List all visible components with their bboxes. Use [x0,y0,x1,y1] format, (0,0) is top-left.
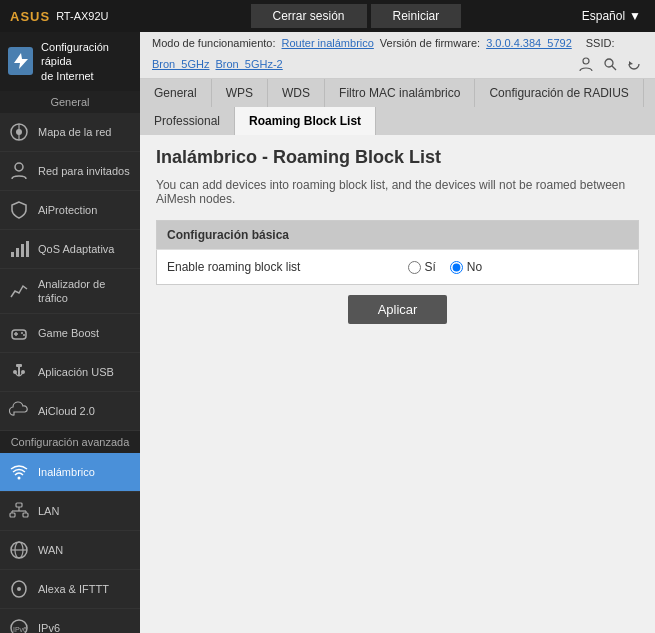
svg-rect-9 [26,241,29,257]
tab-professional[interactable]: Professional [140,107,235,135]
guest-network-icon [8,160,30,182]
page-description: You can add devices into roaming block l… [156,178,639,206]
table-row: Enable roaming block list Sí No [157,250,639,285]
game-boost-label: Game Boost [38,326,99,340]
quick-setup-icon [8,47,33,75]
radio-group: Sí No [408,260,629,274]
logo-area: ASUS RT-AX92U [0,9,140,24]
svg-text:IPv6: IPv6 [13,626,27,633]
page-content: Inalámbrico - Roaming Block List You can… [140,135,655,633]
config-section-title: Configuración básica [157,221,639,250]
svg-rect-20 [16,503,22,507]
tab-filtro-mac[interactable]: Filtro MAC inalámbrico [325,79,475,107]
language-label: Español [582,9,625,23]
firmware-value[interactable]: 3.0.0.4.384_5792 [486,37,572,49]
logo: ASUS [10,9,50,24]
svg-line-39 [612,66,616,70]
alexa-icon [8,578,30,600]
usb-app-icon [8,361,30,383]
ssid-label: SSID: [586,37,615,49]
aicloud-icon [8,400,30,422]
lan-icon [8,500,30,522]
quick-setup-label: Configuración rápida de Internet [41,40,132,83]
svg-rect-16 [18,367,20,376]
config-table: Configuración básica Enable roaming bloc… [156,220,639,285]
wan-icon [8,539,30,561]
lan-label: LAN [38,504,59,518]
person-icon[interactable] [577,55,595,73]
top-bar: ASUS RT-AX92U Cerrar sesión Reiniciar Es… [0,0,655,32]
tab-wds[interactable]: WDS [268,79,325,107]
ipv6-label: IPv6 [38,621,60,633]
close-session-button[interactable]: Cerrar sesión [251,4,367,28]
svg-rect-22 [23,513,28,517]
radio-no-label[interactable]: No [450,260,482,274]
sidebar-item-traffic-analyzer[interactable]: Analizador de tráfico [0,269,140,315]
main-layout: Configuración rápida de Internet General… [0,32,655,633]
tab-bar: General WPS WDS Filtro MAC inalámbrico C… [140,79,655,135]
refresh-icon[interactable] [625,55,643,73]
radio-no-text: No [467,260,482,274]
sidebar-item-alexa[interactable]: Alexa & IFTTT [0,570,140,609]
content-area: Modo de funcionamiento: Router inalámbri… [140,32,655,633]
radio-yes-text: Sí [425,260,436,274]
top-buttons: Cerrar sesión Reiniciar [140,4,572,28]
svg-point-37 [583,58,589,64]
page-title: Inalámbrico - Roaming Block List [156,147,639,168]
ipv6-icon: IPv6 [8,617,30,633]
mode-label: Modo de funcionamiento: [152,37,276,49]
info-icons [577,55,643,73]
svg-point-13 [21,332,23,334]
game-boost-icon [8,322,30,344]
guest-network-label: Red para invitados [38,164,130,178]
language-selector[interactable]: Español ▼ [572,9,655,23]
sidebar-item-aiprotection[interactable]: AiProtection [0,191,140,230]
mode-value[interactable]: Router inalámbrico [282,37,374,49]
info-bar: Modo de funcionamiento: Router inalámbri… [140,32,655,79]
ssid1-value[interactable]: Bron_5GHz [152,58,209,70]
sidebar-item-network-map[interactable]: Mapa de la red [0,113,140,152]
network-map-label: Mapa de la red [38,125,111,139]
restart-button[interactable]: Reiniciar [371,4,462,28]
network-map-icon [8,121,30,143]
wireless-icon [8,461,30,483]
radio-yes[interactable] [408,261,421,274]
sidebar-item-usb-app[interactable]: Aplicación USB [0,353,140,392]
apply-btn-row: Aplicar [156,285,639,334]
tab-radius[interactable]: Configuración de RADIUS [475,79,643,107]
tab-wps[interactable]: WPS [212,79,268,107]
ssid2-value[interactable]: Bron_5GHz-2 [215,58,282,70]
svg-point-19 [18,477,21,480]
sidebar-item-wireless[interactable]: Inalámbrico [0,453,140,492]
svg-point-14 [23,334,25,336]
sidebar-item-qos[interactable]: QoS Adaptativa [0,230,140,269]
advanced-section-title: Configuración avanzada [0,431,140,453]
tab-roaming-block[interactable]: Roaming Block List [235,107,376,135]
wan-label: WAN [38,543,63,557]
qos-label: QoS Adaptativa [38,242,114,256]
traffic-analyzer-icon [8,280,30,302]
aicloud-label: AiCloud 2.0 [38,404,95,418]
tab-general[interactable]: General [140,79,212,107]
sidebar-item-guest-network[interactable]: Red para invitados [0,152,140,191]
quick-setup-item[interactable]: Configuración rápida de Internet [0,32,140,91]
search-icon[interactable] [601,55,619,73]
sidebar-item-wan[interactable]: WAN [0,531,140,570]
sidebar-item-ipv6[interactable]: IPv6 IPv6 [0,609,140,633]
qos-icon [8,238,30,260]
apply-button[interactable]: Aplicar [348,295,448,324]
wireless-label: Inalámbrico [38,465,95,479]
alexa-label: Alexa & IFTTT [38,582,109,596]
svg-rect-15 [16,364,22,367]
model: RT-AX92U [56,10,108,22]
traffic-analyzer-label: Analizador de tráfico [38,277,132,306]
svg-marker-0 [14,53,28,69]
firmware-label: Versión de firmware: [380,37,480,49]
radio-yes-label[interactable]: Sí [408,260,436,274]
svg-point-31 [17,587,21,591]
sidebar-item-game-boost[interactable]: Game Boost [0,314,140,353]
chevron-down-icon: ▼ [629,9,641,23]
radio-no[interactable] [450,261,463,274]
sidebar-item-aicloud[interactable]: AiCloud 2.0 [0,392,140,431]
sidebar-item-lan[interactable]: LAN [0,492,140,531]
